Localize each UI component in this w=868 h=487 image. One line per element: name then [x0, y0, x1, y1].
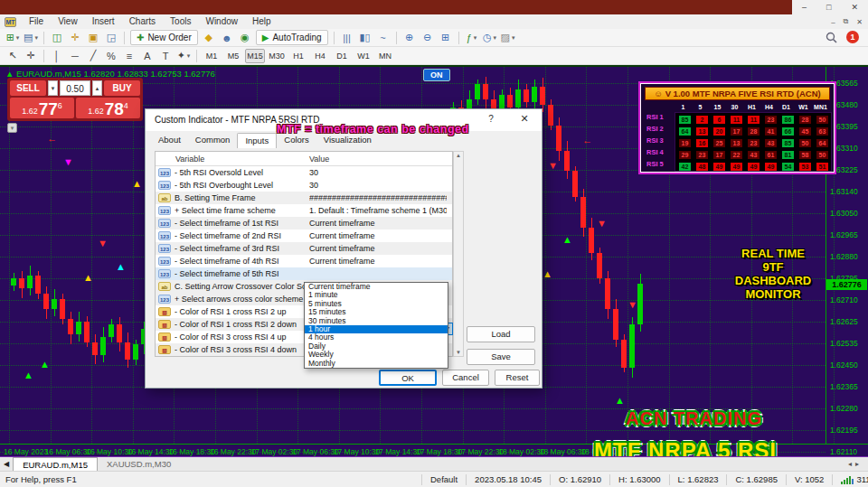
volume-input[interactable]: 0.50: [60, 80, 90, 96]
chart-restore-icon[interactable]: ⧉: [844, 17, 849, 26]
zoom-in-icon[interactable]: ⊕: [401, 30, 418, 45]
periods-icon[interactable]: ◷▾: [482, 30, 498, 45]
chart-tab-euraud[interactable]: EURAUD.m,M15: [13, 457, 98, 471]
minimize-icon[interactable]: –: [802, 3, 807, 12]
shapes-tool-dropdown-caret[interactable]: ▾: [187, 52, 191, 60]
ok-button[interactable]: OK: [379, 370, 437, 386]
dropdown-item[interactable]: Monthly: [305, 360, 448, 368]
bar-chart-mode-icon[interactable]: |||: [339, 30, 355, 45]
autotrading-button[interactable]: ▶AutoTrading: [256, 30, 328, 45]
metaeditor-icon[interactable]: ◆: [201, 30, 217, 45]
cancel-button[interactable]: Cancel: [442, 370, 489, 386]
indicators-icon[interactable]: ƒ▾: [464, 30, 480, 45]
news-icon[interactable]: ◉: [237, 30, 253, 45]
menu-tools[interactable]: Tools: [163, 14, 198, 29]
sell-button[interactable]: SELL: [10, 80, 46, 96]
new-chart-dropdown-caret[interactable]: ▾: [16, 34, 20, 42]
chart-minimize-icon[interactable]: –: [831, 18, 835, 26]
tabs-scroll-left-icon[interactable]: ◀: [4, 460, 9, 468]
horizontal-line-tool-icon[interactable]: ─: [67, 48, 83, 63]
menu-charts[interactable]: Charts: [122, 14, 163, 29]
navigator-icon[interactable]: ✛: [67, 30, 83, 45]
table-row[interactable]: 123- Select timeframe of 3rd RSICurrent …: [156, 242, 452, 255]
scroll-up-icon[interactable]: ▲: [454, 153, 463, 158]
table-row[interactable]: 123- 5th RSI Oversold Level30: [156, 166, 452, 179]
experts-icon[interactable]: ☻: [219, 30, 235, 45]
fibonacci-tool-icon[interactable]: %: [103, 48, 119, 63]
table-scrollbar[interactable]: ▲ ▼: [453, 151, 464, 357]
timeframe-mn[interactable]: MN: [375, 49, 395, 63]
periods-dropdown-caret[interactable]: ▾: [494, 34, 497, 42]
menu-view[interactable]: View: [51, 14, 85, 29]
vertical-line-tool-icon[interactable]: │: [49, 48, 65, 63]
channel-tool-icon[interactable]: ≡: [121, 48, 137, 63]
buy-price[interactable]: 1.62 78 4: [76, 98, 140, 118]
templates-dropdown-caret[interactable]: ▾: [512, 34, 515, 42]
table-row[interactable]: 123- 5th RSI Overbought Level30: [156, 179, 452, 192]
market-watch-icon[interactable]: ◫: [49, 30, 65, 45]
tab-inputs[interactable]: Inputs: [237, 133, 277, 148]
tab-common[interactable]: Common: [188, 133, 238, 148]
table-row[interactable]: abB. Setting Time Frame#################…: [156, 192, 452, 204]
notification-badge[interactable]: 1: [846, 31, 859, 43]
line-chart-mode-icon[interactable]: ~: [375, 30, 392, 45]
label-tool-icon[interactable]: T: [157, 48, 174, 63]
tab-about[interactable]: About: [151, 133, 188, 148]
scroll-down-icon[interactable]: ▼: [454, 350, 463, 355]
close-icon[interactable]: ✕: [851, 3, 858, 12]
chart-close-icon[interactable]: ✕: [856, 18, 863, 26]
strategy-tester-icon[interactable]: ◲: [103, 30, 119, 45]
timeframe-m30[interactable]: M30: [267, 49, 287, 63]
timeframe-m15[interactable]: M15: [245, 49, 265, 63]
menu-insert[interactable]: Insert: [85, 14, 122, 29]
panel-collapse-button[interactable]: ▾: [7, 123, 17, 133]
dropdown-item[interactable]: 4 hours: [305, 333, 448, 342]
crosshair-tool-icon[interactable]: ✛: [23, 48, 39, 63]
terminal-icon[interactable]: ▣: [85, 30, 101, 45]
shapes-tool-icon[interactable]: ✦▾: [175, 48, 192, 63]
new-chart-icon[interactable]: ⊞▾: [5, 30, 21, 45]
candle-chart-mode-icon[interactable]: ▮▯: [357, 30, 373, 45]
column-value[interactable]: Value: [309, 155, 329, 164]
volume-increase-spinner[interactable]: ▲: [92, 80, 102, 96]
maximize-icon[interactable]: □: [826, 3, 831, 12]
menu-help[interactable]: Help: [245, 14, 278, 29]
table-row[interactable]: 123- Select timeframe of 5th RSI: [156, 267, 452, 280]
table-row[interactable]: 123- Select timeframe of 1st RSICurrent …: [156, 217, 452, 229]
load-button[interactable]: Load: [467, 326, 535, 342]
new-order-button[interactable]: ✚New Order: [130, 30, 198, 45]
volume-decrease-spinner[interactable]: ▼: [48, 80, 58, 96]
profiles-icon[interactable]: ▤▾: [23, 30, 39, 45]
column-variable[interactable]: Variable: [175, 155, 204, 164]
chart-tab-xauusd[interactable]: XAUUSD.m,M30: [98, 457, 180, 471]
timeframe-d1[interactable]: D1: [332, 49, 352, 63]
dialog-close-icon[interactable]: ✕: [516, 113, 533, 125]
dialog-help-icon[interactable]: ?: [484, 114, 498, 124]
zoom-out-icon[interactable]: ⊖: [420, 30, 436, 45]
timeframe-h1[interactable]: H1: [288, 49, 308, 63]
sell-price[interactable]: 1.62 77 6: [10, 98, 74, 118]
menu-file[interactable]: File: [22, 14, 51, 29]
table-row[interactable]: 123- Select timeframe of 2nd RSICurrent …: [156, 229, 452, 242]
save-button[interactable]: Save: [467, 349, 535, 365]
timeframe-h4[interactable]: H4: [310, 49, 330, 63]
timeframe-w1[interactable]: W1: [354, 49, 373, 63]
indicator-on-badge[interactable]: ON: [423, 69, 450, 81]
profiles-dropdown-caret[interactable]: ▾: [34, 34, 38, 42]
indicators-dropdown-caret[interactable]: ▾: [474, 34, 477, 42]
tile-windows-icon[interactable]: ⊞: [438, 30, 454, 45]
table-row[interactable]: 123+ Select time frame scheme1. Default …: [156, 204, 452, 217]
text-tool-icon[interactable]: A: [139, 48, 156, 63]
inputs-table-header[interactable]: Variable Value: [156, 152, 452, 166]
reset-button[interactable]: Reset: [495, 370, 540, 386]
cursor-tool-icon[interactable]: ↖: [5, 48, 21, 63]
timeframe-m5[interactable]: M5: [223, 49, 243, 63]
trendline-tool-icon[interactable]: ╱: [85, 48, 101, 63]
buy-button[interactable]: BUY: [104, 80, 140, 96]
table-row[interactable]: 123- Select timeframe of 4th RSICurrent …: [156, 255, 452, 267]
menu-window[interactable]: Window: [198, 14, 245, 29]
timeframe-m1[interactable]: M1: [202, 49, 222, 63]
search-icon[interactable]: [826, 32, 837, 43]
tabs-scroll-right-icons[interactable]: ◂▸: [848, 460, 863, 468]
templates-icon[interactable]: ▨▾: [500, 30, 516, 45]
